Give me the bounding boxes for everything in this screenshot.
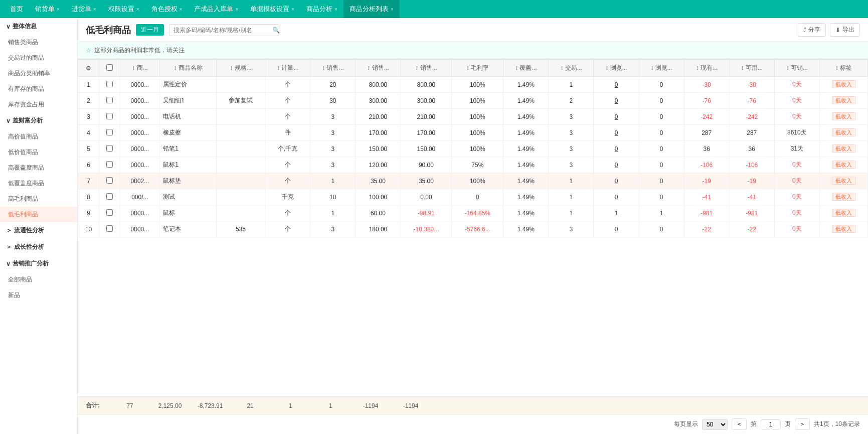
row-rate: -5766.6... — [452, 221, 503, 237]
th-name[interactable]: ↕ 商品名称 — [160, 60, 216, 77]
row-unit: 个 — [265, 157, 310, 173]
th-stock[interactable]: ↕ 现有... — [684, 60, 729, 77]
prev-page-button[interactable]: ＜ — [732, 418, 747, 430]
row-index: 5 — [78, 141, 99, 157]
nav-close-template[interactable]: × — [291, 7, 294, 12]
sidebar-item-stock-capital[interactable]: 库存资金占用 — [0, 97, 77, 112]
row-checkbox[interactable] — [99, 173, 120, 189]
th-trade[interactable]: ↕ 交易... — [549, 60, 594, 77]
nav-sales-order[interactable]: 销货单 × — [29, 0, 66, 18]
row-index: 10 — [78, 221, 99, 237]
sidebar-item-low-margin[interactable]: 低毛利商品 — [0, 207, 77, 222]
th-sales2[interactable]: ↕ 销售... — [356, 60, 401, 77]
sidebar-item-sales-products[interactable]: 销售类商品 — [0, 35, 77, 50]
th-settings[interactable]: ⚙ — [78, 60, 99, 77]
nav-role-auth[interactable]: 角色授权 × — [145, 0, 189, 18]
select-all-checkbox[interactable] — [106, 64, 113, 71]
nav-product-entry[interactable]: 产成品入库单 × — [188, 0, 244, 18]
search-input[interactable] — [169, 24, 279, 36]
row-browse2: -30 — [684, 77, 729, 93]
th-browse2[interactable]: ↕ 浏览... — [639, 60, 684, 77]
th-available[interactable]: ↕ 可用... — [729, 60, 774, 77]
nav-product-analysis[interactable]: 商品分析 × — [300, 0, 343, 18]
row-sales2: 800.00 — [356, 77, 401, 93]
nav-close-role[interactable]: × — [180, 7, 183, 12]
row-sales3: 0.00 — [401, 189, 452, 205]
nav-purchase-order[interactable]: 进货单 × — [66, 0, 102, 18]
nav-template[interactable]: 单据模板设置 × — [244, 0, 300, 18]
row-checkbox[interactable] — [99, 141, 120, 157]
row-checkbox[interactable] — [99, 125, 120, 141]
sidebar-item-all-products[interactable]: 全部商品 — [0, 272, 77, 287]
row-unit: 个 — [265, 93, 310, 109]
nav-permission[interactable]: 权限设置 × — [102, 0, 145, 18]
row-checkbox[interactable] — [99, 189, 120, 205]
th-tag[interactable]: ↕ 标签 — [819, 60, 867, 77]
nav-close-analysis-list[interactable]: × — [391, 7, 394, 12]
page-number-input[interactable] — [761, 419, 781, 429]
row-browse1: 0 — [639, 125, 684, 141]
row-rate: 100% — [452, 93, 503, 109]
nav-close-product[interactable]: × — [235, 7, 238, 12]
row-index: 9 — [78, 205, 99, 221]
sidebar-group-circulation[interactable]: ＞ 流通性分析 — [0, 222, 77, 239]
sidebar-group-growth[interactable]: ＞ 成长性分析 — [0, 239, 77, 255]
row-checkbox[interactable] — [99, 205, 120, 221]
footer-browse2: -1194 — [351, 402, 391, 409]
row-index: 7 — [78, 173, 99, 189]
row-gross: 1.49% — [503, 205, 549, 221]
share-button[interactable]: ⤴ 分享 — [798, 23, 826, 37]
table-row: 7 0002... 鼠标垫 个 1 35.00 35.00 100% 1.49%… — [78, 173, 868, 189]
row-name: 属性定价 — [160, 77, 216, 93]
row-checkbox[interactable] — [99, 221, 120, 237]
th-checkbox[interactable] — [99, 60, 120, 77]
footer-sales1: 77 — [110, 402, 150, 409]
row-name: 测试 — [160, 189, 216, 205]
sidebar-item-low-coverage[interactable]: 低覆盖度商品 — [0, 176, 77, 191]
th-rate[interactable]: ↕ 毛利率 — [452, 60, 503, 77]
data-table-wrapper[interactable]: ⚙ ↕ 商... ↕ 商品名称 ↕ 规格... ↕ 计量... ↕ 销售... … — [78, 59, 868, 396]
row-sales2: 120.00 — [356, 157, 401, 173]
th-coverage[interactable]: ↕ 覆盖... — [503, 60, 549, 77]
th-browse1[interactable]: ↕ 浏览... — [594, 60, 639, 77]
row-sales3: 300.00 — [401, 93, 452, 109]
nav-close-analysis[interactable]: × — [334, 7, 337, 12]
nav-product-analysis-list[interactable]: 商品分析列表 × — [343, 0, 400, 18]
row-cover: 3 — [549, 157, 594, 173]
footer-cover: 21 — [230, 402, 270, 409]
sidebar-item-high-coverage[interactable]: 高覆盖度商品 — [0, 160, 77, 176]
row-checkbox[interactable] — [99, 77, 120, 93]
row-checkbox[interactable] — [99, 93, 120, 109]
sidebar-item-high-margin[interactable]: 高毛利商品 — [0, 191, 77, 207]
nav-close-permission[interactable]: × — [136, 7, 139, 12]
th-code[interactable]: ↕ 商... — [120, 60, 159, 77]
th-sales1[interactable]: ↕ 销售... — [310, 60, 356, 77]
row-cover: 3 — [549, 109, 594, 125]
th-salable[interactable]: ↕ 可销... — [774, 60, 819, 77]
date-filter-button[interactable]: 近一月 — [136, 24, 164, 36]
sidebar-item-new-products[interactable]: 新品 — [0, 287, 77, 303]
nav-close-sales[interactable]: × — [57, 7, 60, 12]
row-checkbox[interactable] — [99, 157, 120, 173]
row-browse2: -981 — [684, 205, 729, 221]
sidebar-item-category-rate[interactable]: 商品分类助销率 — [0, 66, 77, 81]
row-cover: 3 — [549, 141, 594, 157]
sidebar-item-stock-products[interactable]: 有库存的商品 — [0, 81, 77, 97]
th-unit[interactable]: ↕ 计量... — [265, 60, 310, 77]
row-sales2: 35.00 — [356, 173, 401, 189]
row-sales3: -10,380... — [401, 221, 452, 237]
sidebar-item-high-value[interactable]: 高价值商品 — [0, 129, 77, 144]
page-size-select[interactable]: 50 100 200 — [702, 419, 728, 430]
sidebar-group-wealth: ∨ 差财富分析 — [0, 112, 77, 129]
row-salable: 0天 — [774, 205, 819, 221]
sidebar-item-low-value[interactable]: 低价值商品 — [0, 144, 77, 160]
row-cover: 1 — [549, 205, 594, 221]
th-sales3[interactable]: ↕ 销售... — [401, 60, 452, 77]
row-checkbox[interactable] — [99, 109, 120, 125]
export-button[interactable]: ⬇ 导出 — [830, 23, 860, 37]
nav-close-purchase[interactable]: × — [93, 7, 96, 12]
th-spec[interactable]: ↕ 规格... — [216, 60, 265, 77]
next-page-button[interactable]: ＞ — [795, 418, 810, 430]
sidebar-item-traded-products[interactable]: 交易过的商品 — [0, 50, 77, 66]
nav-home[interactable]: 首页 — [4, 0, 29, 18]
